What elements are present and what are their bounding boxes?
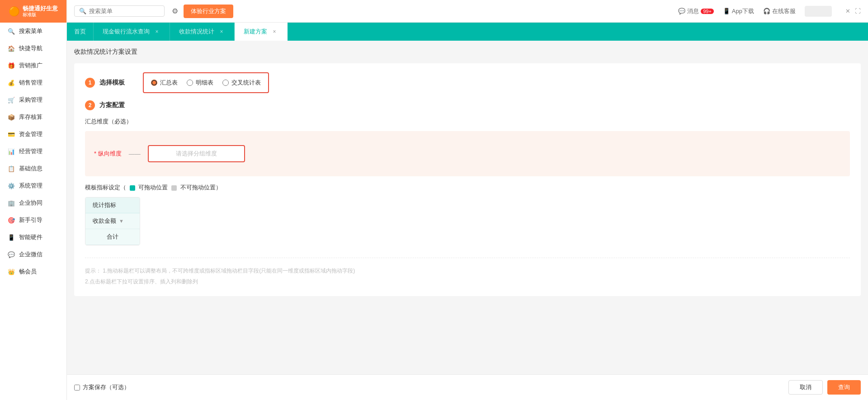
step1-header: 1 选择模板 汇总表 明细表 交叉统计 xyxy=(85,72,850,93)
tab-new-plan-close[interactable]: × xyxy=(271,28,278,35)
topbar-right: 💬 消息 99+ 📱 App下载 🎧 在线客服 ✕ ⛶ xyxy=(678,6,861,17)
topbar: 🔍 ⚙ 体验行业方案 💬 消息 99+ 📱 App下载 🎧 在线客服 ✕ ⛶ xyxy=(67,0,868,23)
chevron-down-icon: ▼ xyxy=(119,218,124,224)
sidebar-item-label: 畅会员 xyxy=(19,268,37,276)
search-input[interactable] xyxy=(89,8,152,14)
sidebar: 🟠 畅捷通好生意 标准版 🔍 搜索菜单 🏠 快捷导航 🎁 营销推广 💰 销售管理… xyxy=(0,0,67,400)
message-badge: 99+ xyxy=(701,9,714,14)
crown-icon: 👑 xyxy=(7,268,15,276)
sidebar-item-label: 销售管理 xyxy=(19,79,42,87)
search-box[interactable]: 🔍 xyxy=(74,5,165,17)
sidebar-item-label: 快捷导航 xyxy=(19,44,42,52)
query-button[interactable]: 查询 xyxy=(827,380,861,395)
metrics-col-cell[interactable]: 收款金额 ▼ xyxy=(85,213,140,229)
radio-summary[interactable]: 汇总表 xyxy=(151,79,178,87)
metrics-header: 模板指标设定（ 可拖动位置 不可拖动位置） xyxy=(85,184,850,192)
sidebar-item-sales[interactable]: 💰 销售管理 xyxy=(0,74,66,91)
message-label: 消息 xyxy=(687,7,699,15)
tab-collection-close[interactable]: × xyxy=(218,28,225,35)
radio-cross-label: 交叉统计表 xyxy=(231,79,261,87)
save-label: 方案保存（可选） xyxy=(83,383,130,391)
page-content: 收款情况统计方案设置 1 选择模板 汇总表 明细表 xyxy=(67,41,868,374)
gift-icon: 🎁 xyxy=(7,61,15,70)
sidebar-item-inventory[interactable]: 📦 库存核算 xyxy=(0,108,66,126)
sidebar-item-marketing[interactable]: 🎁 营销推广 xyxy=(0,57,66,74)
step2-number: 2 xyxy=(85,100,95,110)
maximize-icon[interactable]: ⛶ xyxy=(855,8,861,14)
card-icon: 💳 xyxy=(7,130,15,138)
window-controls: ✕ ⛶ xyxy=(845,8,861,14)
sidebar-item-hardware[interactable]: 📱 智能硬件 xyxy=(0,229,66,246)
download-icon: 📱 xyxy=(723,8,730,14)
page-title: 收款情况统计方案设置 xyxy=(74,48,861,56)
radio-cross[interactable]: 交叉统计表 xyxy=(222,79,261,87)
sidebar-item-label: 系统管理 xyxy=(19,182,42,190)
tab-cashflow[interactable]: 现金银行流水查询 × xyxy=(94,23,170,41)
industry-button[interactable]: 体验行业方案 xyxy=(184,5,233,18)
radio-summary-label: 汇总表 xyxy=(160,79,178,87)
logo-badge: 标准版 xyxy=(23,12,58,18)
tab-collection[interactable]: 收款情况统计 × xyxy=(170,23,235,41)
vertical-dimension-label: 纵向维度 xyxy=(94,150,122,158)
building-icon: 🏢 xyxy=(7,199,15,207)
step2-title: 方案配置 xyxy=(99,101,125,109)
footer-actions: 取消 查询 xyxy=(788,380,861,395)
chat-icon: 💬 xyxy=(7,250,15,259)
sidebar-item-label: 新手引导 xyxy=(19,216,42,224)
metrics-setting-label: 模板指标设定（ 可拖动位置 不可拖动位置） xyxy=(85,184,222,192)
message-icon: 💬 xyxy=(678,8,685,14)
search-icon: 🔍 xyxy=(7,27,15,35)
sidebar-item-guide[interactable]: 🎯 新手引导 xyxy=(0,212,66,229)
box-icon: 📦 xyxy=(7,113,15,121)
close-icon[interactable]: ✕ xyxy=(845,8,850,14)
cancel-button[interactable]: 取消 xyxy=(788,380,823,395)
sidebar-item-label: 搜索菜单 xyxy=(19,27,42,35)
download-button[interactable]: 📱 App下载 xyxy=(723,7,754,15)
tab-cashflow-label: 现金银行流水查询 xyxy=(103,28,150,36)
tab-new-plan[interactable]: 新建方案 × xyxy=(235,23,288,41)
draggable-indicator xyxy=(130,185,135,191)
main-card: 1 选择模板 汇总表 明细表 交叉统计 xyxy=(74,63,861,296)
metrics-table: 统计指标 收款金额 ▼ 合计 xyxy=(85,197,140,245)
dimension-select[interactable]: 请选择分组维度 xyxy=(148,145,245,162)
tab-home[interactable]: 首页 xyxy=(67,23,94,41)
radio-detail[interactable]: 明细表 xyxy=(187,79,213,87)
sidebar-item-label: 库存核算 xyxy=(19,113,42,121)
dimension-area: 纵向维度 —— 请选择分组维度 xyxy=(85,131,850,176)
sidebar-item-fund[interactable]: 💳 资金管理 xyxy=(0,126,66,143)
user-avatar[interactable] xyxy=(805,6,832,17)
sidebar-item-wechat[interactable]: 💬 企业微信 xyxy=(0,246,66,263)
save-checkbox-input[interactable] xyxy=(74,385,80,391)
sidebar-item-purchase[interactable]: 🛒 采购管理 xyxy=(0,91,66,108)
radio-group: 汇总表 明细表 交叉统计表 xyxy=(151,79,261,87)
sidebar-item-enterprise[interactable]: 🏢 企业协同 xyxy=(0,194,66,212)
settings-icon[interactable]: ⚙ xyxy=(172,7,178,15)
sidebar-item-system[interactable]: ⚙️ 系统管理 xyxy=(0,177,66,194)
sidebar-item-label: 基础信息 xyxy=(19,165,42,173)
not-draggable-indicator xyxy=(171,185,177,191)
message-button[interactable]: 💬 消息 99+ xyxy=(678,7,714,15)
save-checkbox[interactable]: 方案保存（可选） xyxy=(74,383,130,391)
sidebar-item-basic[interactable]: 📋 基础信息 xyxy=(0,160,66,177)
search-icon: 🔍 xyxy=(79,8,86,14)
tip-1: 提示： 1.拖动标题栏可以调整布局，不可跨维度或指标区域拖动栏目字段(只能在同一… xyxy=(85,265,850,276)
sidebar-item-label: 企业协同 xyxy=(19,199,42,207)
logo: 🟠 畅捷通好生意 标准版 xyxy=(0,0,66,23)
template-selection: 汇总表 明细表 交叉统计表 xyxy=(143,72,269,93)
main-area: 🔍 ⚙ 体验行业方案 💬 消息 99+ 📱 App下载 🎧 在线客服 ✕ ⛶ xyxy=(67,0,868,400)
service-button[interactable]: 🎧 在线客服 xyxy=(763,7,796,15)
tab-cashflow-close[interactable]: × xyxy=(153,28,160,35)
cart-icon: 🛒 xyxy=(7,96,15,104)
step1-number: 1 xyxy=(85,78,95,88)
metrics-section: 模板指标设定（ 可拖动位置 不可拖动位置） 统计指标 收款金额 ▼ xyxy=(85,184,850,247)
sidebar-item-ops[interactable]: 📊 经营管理 xyxy=(0,143,66,160)
device-icon: 📱 xyxy=(7,233,15,241)
sidebar-item-quick-nav[interactable]: 🏠 快捷导航 xyxy=(0,40,66,57)
sidebar-item-search[interactable]: 🔍 搜索菜单 xyxy=(0,23,66,40)
sidebar-item-label: 企业微信 xyxy=(19,250,42,259)
footer-bar: 方案保存（可选） 取消 查询 xyxy=(67,374,868,400)
gear-icon: ⚙️ xyxy=(7,182,15,190)
plan-config: 汇总维度（必选） 纵向维度 —— 请选择分组维度 模板指标设定（ xyxy=(85,118,850,287)
service-icon: 🎧 xyxy=(763,8,770,14)
sidebar-item-member[interactable]: 👑 畅会员 xyxy=(0,263,66,280)
